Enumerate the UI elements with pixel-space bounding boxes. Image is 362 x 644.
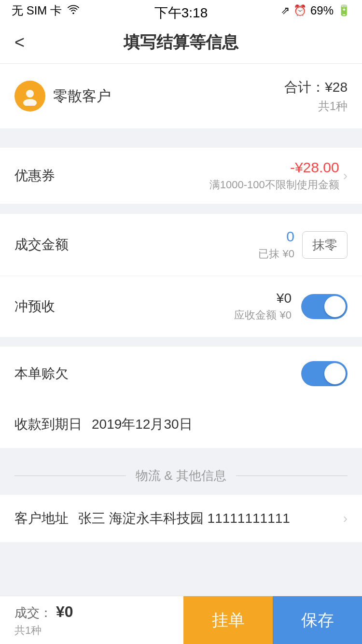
bottom-summary-title: 成交：: [14, 604, 52, 621]
logistics-section: 客户地址 张三 海淀永丰科技园 11111111111 ›: [0, 495, 362, 542]
customer-row: 零散客户 合计：¥28 共1种: [0, 64, 362, 128]
transaction-amount-row: 成交金额 0 已抹 ¥0 抹零: [0, 214, 362, 276]
transaction-value-wrap: 0 已抹 ¥0: [258, 228, 294, 261]
customer-name: 零散客户: [53, 86, 111, 106]
address-row[interactable]: 客户地址 张三 海淀永丰科技园 11111111111 ›: [0, 495, 362, 542]
debt-toggle[interactable]: [301, 361, 348, 386]
transaction-section: 成交金额 0 已抹 ¥0 抹零 冲预收 ¥0 应收金额 ¥0: [0, 214, 362, 337]
customer-left: 零散客户: [14, 81, 111, 112]
prepay-value: ¥0: [234, 291, 292, 306]
divider-2: [0, 204, 362, 214]
prepay-toggle[interactable]: [301, 294, 348, 319]
back-button[interactable]: <: [14, 32, 25, 53]
status-bar: 无 SIM 卡 下午3:18 ⇗ ⏰ 69% 🔋: [0, 0, 362, 21]
bottom-summary-count: 共1种: [14, 623, 169, 638]
customer-section: 零散客户 合计：¥28 共1种: [0, 64, 362, 128]
battery-icon: 🔋: [337, 4, 350, 17]
divider-4: [0, 448, 362, 458]
wifi-icon: [67, 4, 80, 17]
coupon-desc: 满1000-100不限制使用金额: [209, 178, 339, 192]
carrier-text: 无 SIM 卡: [12, 3, 62, 18]
pending-button[interactable]: 挂单: [183, 596, 273, 644]
section-line-right: [236, 476, 348, 476]
svg-point-1: [23, 99, 37, 106]
coupon-label: 优惠券: [14, 167, 55, 185]
address-chevron-icon: ›: [343, 511, 348, 526]
status-bar-time: 下午3:18: [154, 4, 208, 22]
debt-label: 本单赊欠: [14, 364, 69, 383]
status-bar-left: 无 SIM 卡: [12, 3, 80, 18]
chevron-right-icon: ›: [343, 168, 348, 183]
divider-3: [0, 337, 362, 347]
coupon-right: -¥28.00 满1000-100不限制使用金额: [209, 159, 339, 192]
logistics-label-row: 物流 & 其他信息: [0, 458, 362, 494]
debt-section: 本单赊欠 收款到期日 2019年12月30日: [0, 347, 362, 448]
status-bar-right: ⇗ ⏰ 69% 🔋: [281, 4, 350, 17]
prepay-sub: 应收金额 ¥0: [234, 308, 292, 322]
nav-title: 填写结算等信息: [124, 31, 238, 54]
svg-point-0: [26, 90, 34, 98]
transaction-value[interactable]: 0: [258, 228, 294, 245]
toggle-knob: [324, 296, 346, 317]
customer-right: 合计：¥28 共1种: [284, 78, 348, 114]
round-off-button[interactable]: 抹零: [302, 231, 348, 259]
logistics-label: 物流 & 其他信息: [136, 467, 226, 484]
save-button[interactable]: 保存: [273, 596, 362, 644]
bottom-summary-amount: ¥0: [56, 603, 73, 621]
debt-row: 本单赊欠: [0, 347, 362, 401]
battery-text: 69%: [310, 4, 334, 17]
avatar: [14, 81, 45, 112]
transaction-label: 成交金额: [14, 236, 69, 254]
address-label: 客户地址: [14, 509, 69, 528]
transaction-sub: 已抹 ¥0: [258, 247, 294, 261]
due-date-value[interactable]: 2019年12月30日: [92, 415, 193, 434]
prepay-row: 冲预收 ¥0 应收金额 ¥0: [0, 276, 362, 337]
prepay-label: 冲预收: [14, 297, 55, 316]
bottom-bar: 成交： ¥0 共1种 挂单 保存: [0, 596, 362, 644]
section-line-left: [14, 476, 126, 476]
location-icon: ⇗: [281, 4, 290, 17]
nav-bar: < 填写结算等信息: [0, 21, 362, 64]
total-count: 共1种: [284, 98, 348, 114]
alarm-icon: ⏰: [293, 4, 306, 17]
prepay-value-wrap: ¥0 应收金额 ¥0: [234, 291, 292, 322]
address-value: 张三 海淀永丰科技园 11111111111: [78, 509, 339, 528]
empty-space: [0, 542, 362, 600]
coupon-discount: -¥28.00: [209, 159, 339, 176]
divider-1: [0, 138, 362, 148]
due-date-label: 收款到期日: [14, 415, 82, 434]
debt-toggle-knob: [324, 363, 346, 384]
coupon-row[interactable]: 优惠券 -¥28.00 满1000-100不限制使用金额 ›: [0, 148, 362, 204]
bottom-summary: 成交： ¥0 共1种: [0, 603, 183, 638]
total-amount: 合计：¥28: [284, 78, 348, 97]
coupon-section: 优惠券 -¥28.00 满1000-100不限制使用金额 ›: [0, 148, 362, 204]
due-date-row: 收款到期日 2019年12月30日: [0, 401, 362, 448]
